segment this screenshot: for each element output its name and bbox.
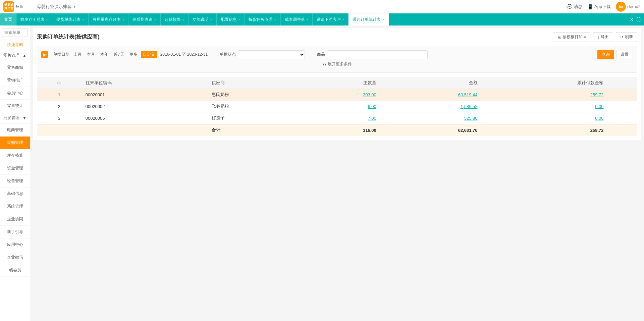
tab-available-stock[interactable]: 可用量库存账本 × (89, 13, 128, 25)
main-layout: 快捷导航 零售管理 ▲ 零售商城 营销推广 会员中心 零售统计 批发管理 ▼ 电… (0, 25, 644, 321)
tab-close-icon[interactable]: × (154, 17, 156, 21)
table-row[interactable]: 3 00020005 好孩子 7.00 525.80 0.00 (37, 112, 637, 124)
tab-close-icon[interactable]: × (182, 17, 184, 21)
sidebar-item-basic-info[interactable]: 基础信息 (0, 188, 30, 200)
tab-cost-adjust[interactable]: 成本调整单 × (281, 13, 313, 25)
refresh-button[interactable]: ↺ 刷新 (616, 32, 637, 42)
tab-label: 成本调整单 (285, 17, 305, 22)
sidebar-item-system[interactable]: 系统管理 (0, 200, 30, 213)
sidebar-item-purchase[interactable]: 采购管理 (0, 137, 30, 149)
top-bar-right: 💬 消息 📱 App下载 Ea demo2 (567, 2, 641, 12)
enterprise-wechat-label: 企业微信 (7, 255, 23, 260)
sidebar-section-wholesale[interactable]: 批发管理 ▼ (0, 112, 30, 124)
date-custom-tag[interactable]: 自定义 (141, 51, 157, 58)
sidebar-item-ecommerce[interactable]: 电商管理 (0, 124, 30, 137)
tab-close-icon[interactable]: × (306, 17, 308, 21)
sidebar-item-member2[interactable]: 畅会员 (0, 264, 30, 277)
close-window-icon[interactable]: ✕ (630, 17, 634, 22)
sidebar-item-enterprise-wechat[interactable]: 企业微信 (0, 251, 30, 264)
table-row[interactable]: 2 00020002 飞鹤奶粉 6.00 1,586.52 0.00 (37, 101, 637, 112)
col-amount: 金额 (380, 77, 482, 89)
footer-empty2 (82, 124, 208, 136)
tab-close-icon[interactable]: × (122, 17, 124, 21)
sidebar-section-retail[interactable]: 零售管理 ▲ (0, 50, 30, 61)
tab-label: 要货单统计表 (56, 17, 80, 22)
tab-home-label: 首页 (4, 17, 12, 22)
tab-close-icon[interactable]: × (82, 17, 84, 21)
maximize-icon[interactable]: ⛶ (636, 17, 641, 22)
sidebar-item-inventory[interactable]: 库存核算 (0, 149, 30, 162)
wholesale-label: 批发管理 (3, 115, 19, 121)
date-opt-last-month[interactable]: 上月 (71, 51, 84, 58)
date-options: 上月 本月 本年 近7天 更多 自定义 (71, 51, 157, 58)
status-select[interactable] (238, 50, 305, 59)
nav-tab-end: ✕ ⛶ (627, 17, 644, 22)
sidebar-item-cooperation[interactable]: 企业协同 (0, 213, 30, 226)
sidebar-item-app-center[interactable]: 应用中心 (0, 238, 30, 251)
sidebar-item-finance[interactable]: 资金管理 (0, 162, 30, 175)
date-opt-7days[interactable]: 近7天 (112, 51, 126, 58)
goods-label: 商品 (317, 52, 325, 57)
status-label: 单据状态 (220, 52, 236, 57)
messages-label: 消息 (574, 4, 582, 10)
tab-warranty[interactable]: 保质期查询 × (128, 13, 160, 25)
workspace-selector[interactable]: 母婴行业演示账套 ▾ (37, 4, 104, 10)
workspace-dropdown-icon[interactable]: ▾ (73, 4, 76, 9)
tab-overstock[interactable]: 超储预警 × (161, 13, 189, 25)
expand-more-button[interactable]: ▾▾ 展开更多条件 (41, 59, 633, 69)
sidebar-item-new-guide[interactable]: 新手引导 (0, 226, 30, 238)
tab-close-icon[interactable]: × (210, 17, 212, 21)
finance-label: 资金管理 (7, 165, 23, 171)
messages-button[interactable]: 💬 消息 (567, 4, 582, 10)
settings-button[interactable]: 设置 (616, 50, 633, 59)
goods-input[interactable] (327, 50, 428, 59)
col-amount-label: 金额 (469, 80, 478, 85)
table-row[interactable]: 1 00020001 惠氏奶粉 303.00 60,519.44 259.72 (37, 89, 637, 101)
sidebar-item-shortcut[interactable]: 快捷导航 (0, 40, 30, 50)
app-download-button[interactable]: 📱 App下载 (587, 4, 611, 10)
date-opt-this-month[interactable]: 本月 (85, 51, 97, 58)
date-opt-this-year[interactable]: 本年 (98, 51, 110, 58)
tab-pick-task[interactable]: 拣货任务管理 × (245, 13, 280, 25)
tab-close-icon[interactable]: × (238, 17, 240, 21)
goods-more-icon[interactable]: ··· (431, 52, 435, 57)
sidebar-item-operation[interactable]: 经营管理 (0, 175, 30, 188)
tab-function-desc[interactable]: 功能说明 × (189, 13, 216, 25)
tab-label: 配置信息 (221, 17, 237, 22)
settings-gear-icon[interactable]: ⚙ (57, 81, 61, 86)
tab-order-summary[interactable]: 要货单统计表 × (52, 13, 88, 25)
col-unit-code-label: 往来单位编码 (86, 80, 112, 85)
tab-invite[interactable]: 邀请下游客户 × (313, 13, 348, 25)
row-unit-code: 00020002 (82, 101, 208, 112)
row-paid: 259.72 (482, 89, 608, 101)
export-button[interactable]: ↓ 导出 (593, 32, 613, 42)
tab-close-icon[interactable]: × (274, 17, 276, 21)
date-label: 单据日期 (53, 52, 69, 57)
tab-home[interactable]: 首页 (0, 13, 16, 25)
tab-receive-summary[interactable]: 收发存汇总表 × (16, 13, 52, 25)
tab-config[interactable]: 配置信息 × (217, 13, 245, 25)
tab-close-icon[interactable]: × (46, 17, 48, 21)
sidebar-item-retail-shop[interactable]: 零售商城 (0, 61, 30, 74)
tab-purchase-summary[interactable]: 采购订单统计表 × (348, 13, 388, 25)
query-button[interactable]: 查询 (597, 50, 614, 59)
filter-expand-toggle[interactable]: ▶ (41, 51, 48, 58)
sidebar-item-marketing[interactable]: 营销推广 (0, 74, 30, 87)
page-header: 采购订单统计表(按供应商) 🖨 按模板打印 ▾ ↓ 导出 ↺ 刷新 (37, 32, 637, 42)
user-profile[interactable]: Ea demo2 (616, 2, 641, 12)
inventory-label: 库存核算 (7, 153, 23, 158)
logo-text: 标版 (16, 4, 23, 9)
date-opt-more[interactable]: 更多 (127, 51, 140, 58)
print-button[interactable]: 🖨 按模板打印 ▾ (553, 32, 590, 42)
footer-empty3 (607, 124, 637, 136)
sidebar-item-retail-stats[interactable]: 零售统计 (0, 100, 30, 112)
search-input[interactable] (2, 28, 28, 37)
tab-label: 采购订单统计表 (353, 17, 381, 22)
sidebar-item-member[interactable]: 会员中心 (0, 87, 30, 100)
tab-close-icon[interactable]: × (342, 17, 344, 21)
page-container: 采购订单统计表(按供应商) 🖨 按模板打印 ▾ ↓ 导出 ↺ 刷新 (33, 28, 641, 140)
row-extra (607, 89, 637, 101)
top-bar: 畅捷通好生意 标版 母婴行业演示账套 ▾ 💬 消息 📱 App下载 Ea dem… (0, 0, 644, 13)
row-qty: 7.00 (302, 112, 380, 124)
tab-close-icon[interactable]: × (382, 17, 384, 21)
